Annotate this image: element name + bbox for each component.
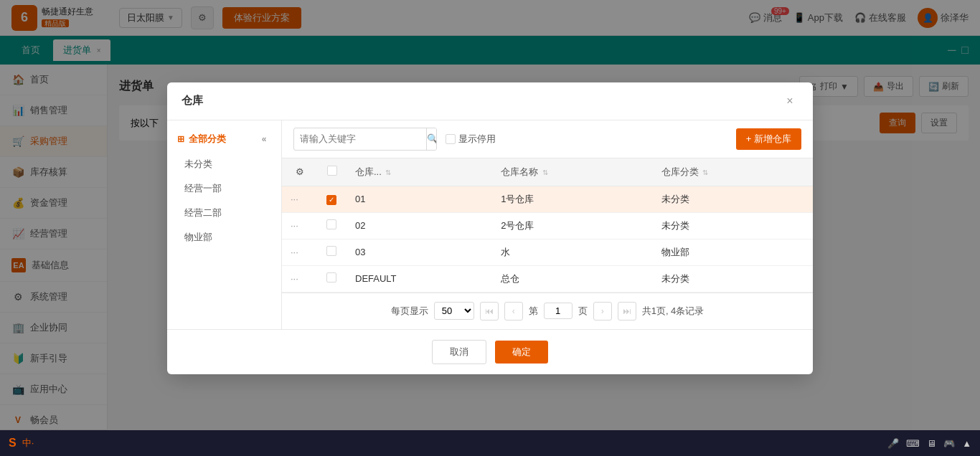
per-page-select[interactable]: 50 20 100: [434, 302, 474, 320]
table-row[interactable]: ··· DEFAULT 总仓 未分类: [282, 265, 813, 292]
pagination: 每页显示 50 20 100 ⏮ ‹ 第 页 › ⏭ 共1页, 4条记录: [282, 293, 813, 329]
table-toolbar: 🔍 显示停用 + 新增仓库: [282, 120, 813, 158]
cancel-button[interactable]: 取消: [432, 340, 486, 364]
page-summary: 共1页, 4条记录: [642, 305, 705, 318]
dialog-title: 仓库: [182, 94, 203, 108]
table-header-row: ⚙ 仓库... ⇅ 仓库名称 ⇅: [282, 158, 813, 186]
page-first-button[interactable]: ⏮: [480, 302, 499, 320]
modal-overlay[interactable]: 仓库 × ⊞ 全部分类 « 未分类 经营一部 经营二部 物业部: [0, 0, 980, 456]
category-item-property[interactable]: 物业部: [167, 225, 281, 250]
table-row[interactable]: ··· 03 水 物业部: [282, 239, 813, 265]
dialog-close-button[interactable]: ×: [781, 92, 798, 110]
row-actions-cell: ···: [282, 265, 318, 292]
row-checkbox-cell: [318, 212, 347, 239]
col-checkbox: [318, 158, 347, 186]
category-all-label: 全部分类: [189, 133, 226, 146]
page-next-button[interactable]: ›: [593, 302, 612, 320]
row-actions-cell: ···: [282, 239, 318, 265]
warehouse-dialog: 仓库 × ⊞ 全部分类 « 未分类 经营一部 经营二部 物业部: [167, 82, 813, 374]
row-code: 03: [347, 239, 492, 265]
col-category-label: 仓库分类: [661, 166, 699, 177]
row-category: 未分类: [653, 212, 813, 239]
row-checkbox-cell: ✓: [318, 186, 347, 212]
row-code: 01: [347, 186, 492, 212]
row-checkbox-cell: [318, 265, 347, 292]
table-row[interactable]: ··· ✓ 01 1号仓库 未分类: [282, 186, 813, 212]
col-code-sort-icon: ⇅: [385, 168, 391, 176]
col-code-label: 仓库...: [355, 166, 382, 177]
search-box: 🔍: [293, 128, 437, 151]
col-name-label: 仓库名称: [501, 166, 538, 177]
data-table: ⚙ 仓库... ⇅ 仓库名称 ⇅: [282, 158, 813, 293]
dialog-body: ⊞ 全部分类 « 未分类 经营一部 经营二部 物业部 🔍: [167, 120, 813, 329]
row-name: 1号仓库: [492, 186, 652, 212]
row-more-icon[interactable]: ···: [291, 220, 298, 231]
category-panel: ⊞ 全部分类 « 未分类 经营一部 经营二部 物业部: [167, 120, 282, 329]
search-button[interactable]: 🔍: [426, 128, 437, 150]
confirm-button[interactable]: 确定: [495, 341, 548, 364]
page-last-button[interactable]: ⏭: [618, 302, 636, 320]
row-category: 未分类: [653, 265, 813, 292]
col-category-sort-icon: ⇅: [702, 168, 708, 176]
col-category[interactable]: 仓库分类 ⇅: [653, 158, 813, 186]
category-item-unclassified[interactable]: 未分类: [167, 152, 281, 176]
page-prev-button[interactable]: ‹: [504, 302, 523, 320]
row-actions-cell: ···: [282, 212, 318, 239]
table-row[interactable]: ··· 02 2号仓库 未分类: [282, 212, 813, 239]
row-actions-cell: ···: [282, 186, 318, 212]
search-icon: 🔍: [427, 133, 437, 144]
row-code: 02: [347, 212, 492, 239]
col-code[interactable]: 仓库... ⇅: [347, 158, 492, 186]
col-name-sort-icon: ⇅: [542, 168, 548, 176]
show-disabled-text: 显示停用: [458, 133, 496, 146]
row-category: 未分类: [653, 186, 813, 212]
taskbar-keyboard-icon[interactable]: ⌨: [906, 438, 920, 449]
category-all-item[interactable]: ⊞ 全部分类 «: [167, 126, 281, 152]
taskbar-mic-icon[interactable]: 🎤: [887, 438, 899, 449]
show-disabled-checkbox[interactable]: [446, 134, 456, 144]
row-name: 总仓: [492, 265, 652, 292]
taskbar-monitor-icon[interactable]: 🖥: [927, 438, 936, 449]
row-more-icon[interactable]: ···: [291, 247, 298, 257]
per-page-label: 每页显示: [391, 305, 428, 318]
row-checkbox[interactable]: ✓: [326, 195, 336, 205]
taskbar-left: S 中·: [9, 437, 34, 450]
dialog-footer: 取消 确定: [167, 329, 813, 374]
row-name: 2号仓库: [492, 212, 652, 239]
page-unit: 页: [578, 305, 588, 318]
search-input[interactable]: [294, 130, 426, 148]
row-checkbox[interactable]: [326, 272, 336, 282]
category-item-dept2[interactable]: 经营二部: [167, 201, 281, 225]
row-checkbox[interactable]: [326, 246, 336, 256]
table-panel: 🔍 显示停用 + 新增仓库: [282, 120, 813, 329]
row-name: 水: [492, 239, 652, 265]
row-category: 物业部: [653, 239, 813, 265]
show-disabled-label[interactable]: 显示停用: [446, 133, 496, 146]
page-input[interactable]: [544, 303, 573, 319]
row-checkbox[interactable]: [326, 219, 336, 229]
dialog-header: 仓库 ×: [167, 82, 813, 120]
taskbar-arrow-icon[interactable]: ▲: [962, 438, 971, 449]
row-more-icon[interactable]: ···: [291, 194, 298, 204]
col-name[interactable]: 仓库名称 ⇅: [492, 158, 652, 186]
taskbar-s-icon: S: [9, 437, 17, 450]
grid-icon: ⊞: [177, 134, 184, 144]
taskbar-right: 🎤 ⌨ 🖥 🎮 ▲: [887, 438, 971, 449]
add-warehouse-button[interactable]: + 新增仓库: [736, 128, 801, 150]
select-all-checkbox[interactable]: [327, 166, 337, 176]
taskbar-label: 中·: [22, 437, 34, 450]
category-item-dept1[interactable]: 经营一部: [167, 176, 281, 201]
row-checkbox-cell: [318, 239, 347, 265]
taskbar: S 中· 🎤 ⌨ 🖥 🎮 ▲: [0, 430, 980, 456]
row-more-icon[interactable]: ···: [291, 273, 298, 284]
row-code: DEFAULT: [347, 265, 492, 292]
page-label: 第: [529, 305, 538, 318]
taskbar-gamepad-icon[interactable]: 🎮: [943, 438, 955, 449]
col-settings: ⚙: [282, 158, 318, 186]
category-collapse-button[interactable]: «: [257, 132, 271, 146]
